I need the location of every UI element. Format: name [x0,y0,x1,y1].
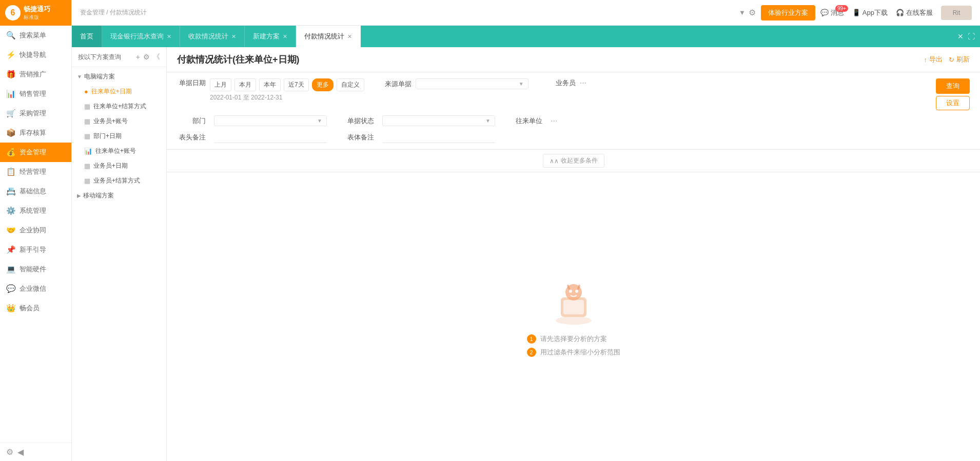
bill-status-arrow-icon: ▼ [485,118,491,124]
collapse-conditions-button[interactable]: ∧∧ 收起更多条件 [543,154,604,168]
custom-date-btn[interactable]: 自定义 [337,78,364,91]
tab-new-scheme[interactable]: 新建方案✕ [245,26,296,47]
partner-select[interactable]: ··· [551,116,557,126]
scheme-settings-icon[interactable]: ⚙ [143,53,150,61]
query-button[interactable]: 查询 [936,78,970,94]
avatar[interactable]: Rit [941,6,972,20]
dept-arrow-icon: ▼ [317,118,322,124]
sidebar-item-inventory[interactable]: 📦库存核算 [0,123,71,143]
nav-label-weixin: 企业微信 [19,284,46,293]
scheme-item-salesman-account[interactable]: ▦业务员+账号 [72,114,166,129]
sidebar-item-weixin[interactable]: 💬企业微信 [0,279,71,298]
more-dates-btn[interactable]: 更多 [312,78,334,91]
date-filter-label: 单据日期 [177,78,206,88]
dept-select[interactable]: ▼ [214,115,327,126]
bill-status-select[interactable]: ▼ [382,115,495,126]
body-note-input[interactable] [382,131,495,143]
sidebar-item-sales[interactable]: 📊销售管理 [0,84,71,104]
service-icon: 🎧 [896,9,904,16]
refresh-button[interactable]: ↻ 刷新 [949,55,970,64]
service-button[interactable]: 🎧 在线客服 [896,8,933,17]
collapse-bar: ∧∧ 收起更多条件 [167,150,980,172]
download-button[interactable]: 📱 App下载 [852,8,888,17]
scheme-group-title-mobile[interactable]: ▶移动端方案 [72,188,166,203]
salesman-select[interactable]: ··· [580,78,586,88]
right-content: 付款情况统计(往来单位+日期) ↑ 导出 ↻ 刷新 [167,47,980,461]
header-note-input[interactable] [214,131,327,143]
tab-close-new-scheme-icon[interactable]: ✕ [283,33,287,40]
this-month-btn[interactable]: 本月 [234,78,256,91]
sidebar-item-search[interactable]: 🔍搜索菜单 [0,26,71,45]
collapse-sidebar-icon[interactable]: ◀ [17,447,24,457]
svg-rect-2 [563,300,584,314]
dropdown-arrow-icon[interactable]: ▼ [739,9,746,16]
setting-button[interactable]: 设置 [936,96,970,110]
scheme-item-salesman-settle[interactable]: ▦业务员+结算方式 [72,173,166,188]
scheme-item-dept-date[interactable]: ▦部门+日期 [72,129,166,144]
collapse-scheme-icon[interactable]: 《 [153,52,160,62]
sidebar-item-sys-admin[interactable]: ⚙️系统管理 [0,201,71,221]
add-scheme-icon[interactable]: + [136,53,140,61]
group-label-mobile: 移动端方案 [83,191,114,200]
tab-close-receivable-icon[interactable]: ✕ [231,33,236,40]
nav-icon-weixin: 💬 [6,284,15,293]
date-buttons: 上月 本月 本年 近7天 更多 自定义 [210,78,364,91]
tab-close-bank-flow-icon[interactable]: ✕ [167,33,171,40]
sidebar-nav: 🔍搜索菜单⚡快捷导航🎁营销推广📊销售管理🛒采购管理📦库存核算💰资金管理📋经营管理… [0,26,71,443]
scheme-panel: 按以下方案查询 + ⚙ 《 ▼电脑端方案●往来单位+日期▦往来单位+结算方式▦业… [72,47,167,461]
message-icon: 💬 [820,9,829,16]
sidebar-item-basic-info[interactable]: 📇基础信息 [0,182,71,201]
tab-home[interactable]: 首页 [72,26,102,47]
sidebar-item-marketing[interactable]: 🎁营销推广 [0,65,71,84]
sidebar-item-enterprise[interactable]: 🤝企业协同 [0,221,71,240]
message-button[interactable]: 💬 消息 99+ [820,8,844,17]
tab-label-bank-flow: 现金银行流水查询 [110,32,164,41]
scheme-item-partner-account[interactable]: 📊往来单位+账号 [72,144,166,158]
sidebar-item-operation[interactable]: 📋经营管理 [0,162,71,182]
sidebar-item-guide[interactable]: 📌新手引导 [0,240,71,259]
settings-icon[interactable]: ⚙ [6,447,13,457]
breadcrumb: 资金管理 / 付款情况统计 [80,8,734,17]
tip-text-1: 请先选择要分析的方案 [540,334,607,344]
header-note-label: 表头备注 [177,133,206,142]
expand-tab-icon[interactable]: ⛶ [968,32,975,41]
export-button[interactable]: ↑ 导出 [924,55,943,64]
page-title-bar: 付款情况统计(往来单位+日期) ↑ 导出 ↻ 刷新 [167,47,980,72]
sidebar-item-finance[interactable]: 💰资金管理 [0,143,71,162]
service-label: 在线客服 [906,8,933,17]
trial-button[interactable]: 体验行业方案 [761,5,815,21]
nav-label-basic-info: 基础信息 [19,187,46,196]
last-month-btn[interactable]: 上月 [210,78,231,91]
tab-receivable[interactable]: 收款情况统计✕ [180,26,245,47]
nav-label-vip: 畅会员 [19,304,40,313]
body-note-label: 表体备注 [345,133,374,142]
nav-icon-operation: 📋 [6,167,15,176]
nav-label-operation: 经营管理 [19,167,46,176]
scheme-item-partner-date[interactable]: ●往来单位+日期 [72,84,166,99]
last-7days-btn[interactable]: 近7天 [284,78,309,91]
scheme-item-salesman-date[interactable]: ▦业务员+日期 [72,158,166,173]
tab-payable[interactable]: 付款情况统计✕ [296,26,361,47]
nav-icon-sales: 📊 [6,89,15,98]
source-bill-select[interactable]: ▼ [416,78,528,89]
export-icon: ↑ [924,56,928,64]
sidebar-item-quick-nav[interactable]: ⚡快捷导航 [0,45,71,65]
source-bill-arrow-icon: ▼ [519,81,524,87]
sidebar-item-purchase[interactable]: 🛒采购管理 [0,104,71,123]
source-bill-label: 来源单据 [383,79,411,89]
scheme-group-title-desktop[interactable]: ▼电脑端方案 [72,69,166,84]
gear-icon[interactable]: ⚙ [749,8,756,17]
sidebar-logo: 6 畅捷通巧 标准版 [0,0,71,26]
tab-bank-flow[interactable]: 现金银行流水查询✕ [102,26,180,47]
tab-close-payable-icon[interactable]: ✕ [347,33,352,40]
dept-filter-label: 部门 [177,116,206,126]
sidebar-item-hardware[interactable]: 💻智能硬件 [0,259,71,279]
scheme-item-icon-salesman-account: ▦ [84,117,90,125]
this-year-btn[interactable]: 本年 [259,78,281,91]
nav-icon-finance: 💰 [6,148,15,157]
close-tab-icon[interactable]: ✕ [957,32,964,41]
sidebar-item-vip[interactable]: 👑畅会员 [0,298,71,318]
scheme-item-partner-settle[interactable]: ▦往来单位+结算方式 [72,99,166,114]
tab-label-new-scheme: 新建方案 [253,32,280,41]
nav-label-marketing: 营销推广 [19,70,46,79]
